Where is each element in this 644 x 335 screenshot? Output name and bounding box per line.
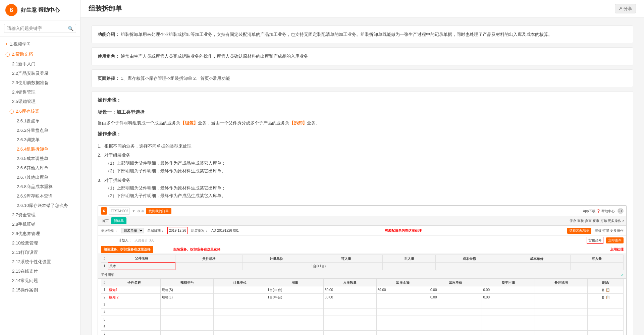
nav-tree: + 1.视频学习 ◯ 2.帮助文档 2.1新手入门 2.2产品安装及登录 2.3… — [0, 37, 80, 335]
search-icon[interactable]: 🔍 — [68, 26, 73, 31]
nav-item-2[interactable]: ◯ 2.帮助文档 2.1新手入门 2.2产品安装及登录 2.3使用前数据准备 2… — [0, 49, 80, 295]
mock-logo: 6 — [101, 207, 107, 215]
role-block: 使用角色： 通常由生产人员或库管人员完成拆装业务的操作，库管人员确认原材料的出库… — [91, 47, 633, 65]
nav-sub-item-2-7[interactable]: 2.7资金管理 — [0, 210, 80, 220]
mock-company: TEST-H002 — [109, 208, 130, 215]
nav-sub-item-2-5[interactable]: 2.5采购管理 — [0, 97, 80, 106]
mock-sub-label: 计划人： — [118, 237, 132, 243]
nav-sub-item-2-8[interactable]: 2.8手机旺铺 — [0, 220, 80, 229]
top-bar: 组装拆卸单 ↗ 分享 — [80, 0, 644, 17]
nav-sub-item-2-9[interactable]: 2.9优惠券管理 — [0, 229, 80, 238]
mock-batch-label: 组装批次： — [191, 228, 208, 233]
path-label: 页面路径： — [98, 76, 119, 81]
mock-lower-table: # 子件名称 规格型号 计量单位 用量 入库数量 出库金额 出库单价 期初可量 — [101, 279, 624, 335]
mock-confirm-btn[interactable]: 选择装配清单 — [567, 228, 591, 234]
collapse-icon-2-6: ◯ — [9, 109, 14, 114]
mock-search-input[interactable]: 货物品号 — [587, 237, 603, 244]
nav-label-1: 1.视频学习 — [10, 41, 31, 47]
mock-form-type-label: 单据类型： — [101, 228, 118, 233]
nav-sub-item-2-13[interactable]: 2.13在线支付 — [0, 267, 80, 276]
content-area: 功能介绍： 组装拆卸单用来处理企业组装或拆卸等加工业务，支持有固定装配清单的产品… — [80, 17, 644, 335]
nav-sub-item-2-6-3[interactable]: 2.6.3调拨单 — [0, 135, 80, 145]
nav-sub-item-2-6-1[interactable]: 2.6.1盘点单 — [0, 116, 80, 126]
share-label: 分享 — [624, 6, 632, 12]
nav-sub-item-2-6-5[interactable]: 2.6.5成本调整单 — [0, 154, 80, 163]
nav-item-1[interactable]: + 1.视频学习 — [0, 39, 80, 49]
step3-sub1: （1）上部明细为父件明细，最终作为原材料生成某它出库单； — [98, 184, 627, 192]
screenshot-container: 6 TEST-H002 ▼ ⚙ ⊕ 找到我的订单 App下载 ❓ 帮助中心 C.… — [98, 205, 627, 335]
mock-type-select[interactable]: 组装单据 — [121, 228, 144, 233]
ann1-text: 有装配清单的在这里处理 — [242, 228, 564, 233]
mock-add-row-btn[interactable]: ⇗ — [621, 272, 624, 278]
nav-item-2-6[interactable]: ◯ 2.6库存核算 2.6.1盘点单 2.6.2分量盘点单 2.6.3调拨单 2… — [0, 106, 80, 210]
nav-sub-item-2-10[interactable]: 2.10经营管理 — [0, 238, 80, 248]
sidebar-header: 6 好生意 帮助中心 — [0, 0, 80, 20]
ops-title: 操作步骤： — [98, 96, 627, 104]
sidebar: 6 好生意 帮助中心 🔍 + 1.视频学习 ◯ 2.帮助文档 2.1新手入门 2… — [0, 0, 80, 335]
ann2-text: 组装业务、拆卸业务在这里选择 — [173, 246, 220, 252]
mock-batch-value: AD-20191226-001 — [211, 228, 239, 233]
share-icon: ↗ — [619, 6, 622, 11]
scene1-desc: 当由多个子件材料组装成一个成品的业务为【组装】业务，当由一个父件拆分成多个子产品… — [98, 119, 627, 127]
ann3-text: 启用处理 — [610, 246, 624, 252]
nav-sub-item-2-6-10[interactable]: 2.6.10库存账本错了怎么办 — [0, 201, 80, 210]
path-block: 页面路径： 1、库存核算->库存管理->组装拆卸单 2、首页->常用功能 — [91, 69, 633, 87]
mock-date-label: 单据日期： — [147, 228, 164, 233]
step1: 1、根据不同的业务，选择不同单据的类型来处理 — [98, 142, 627, 150]
nav-sub-item-2-1[interactable]: 2.1新手入门 — [0, 59, 80, 69]
func-intro-block: 功能介绍： 组装拆卸单用来处理企业组装或拆卸等加工业务，支持有固定装配清单的产品… — [91, 25, 633, 43]
role-text: 通常由生产人员或库管人员完成拆装业务的操作，库管人员确认原材料的出库和产成品的入… — [121, 54, 308, 59]
ops-block: 操作步骤： 场景一：加工类型选择 当由多个子件材料组装成一个成品的业务为【组装】… — [91, 91, 633, 335]
highlight-assemble: 【组装】 — [180, 120, 198, 125]
nav-label-2: 2.帮助文档 — [12, 51, 33, 57]
mock-orange-btn: 找到我的订单 — [146, 208, 171, 214]
search-bar: 🔍 — [0, 20, 80, 37]
step2-sub2: （2）下部明细为子件明细，最终作为原材料生成某它出库单。 — [98, 167, 627, 175]
search-input[interactable] — [4, 24, 76, 33]
mock-avatar: C.C — [618, 208, 624, 214]
func-intro-text: 组装拆卸单用来处理企业组装或拆卸等加工业务，支持有固定装配清单的产品加工业务，也… — [121, 32, 552, 37]
mock-sub-value: 人员合计 3人 — [135, 237, 154, 243]
nav-sub-item-2-4[interactable]: 2.4销售管理 — [0, 88, 80, 97]
nav-sub-item-2-2[interactable]: 2.2产品安装及登录 — [0, 69, 80, 78]
func-intro-label: 功能介绍： — [98, 32, 119, 37]
share-button[interactable]: ↗ 分享 — [615, 4, 636, 13]
nav-sub-item-2-6-7[interactable]: 2.6.7其他出库单 — [0, 173, 80, 182]
nav-sub-item-2-11[interactable]: 2.11打印设置 — [0, 248, 80, 257]
mock-app-icons: App下载 ❓ 帮助中心 — [583, 208, 615, 214]
nav-sub-item-2-12[interactable]: 2.12系统个性化设置 — [0, 257, 80, 267]
step3: 3、对于拆装业务 — [98, 176, 627, 184]
mock-tab-new[interactable]: 新建单 — [111, 217, 126, 224]
step2: 2、对于组装业务 — [98, 151, 627, 159]
logo-icon: 6 — [5, 4, 17, 16]
nav-sub-item-2-3[interactable]: 2.3使用前数据准备 — [0, 78, 80, 88]
logo-text: 好生意 帮助中心 — [21, 7, 60, 14]
nav-sub-item-2-6-2[interactable]: 2.6.2分量盘点单 — [0, 126, 80, 135]
mock-icons-area: ⚙ ⊕ — [137, 208, 144, 214]
nav-sub-item-2-6-9[interactable]: 2.6.9库存账本查询 — [0, 191, 80, 201]
path-text: 1、库存核算->库存管理->组装拆卸单 2、首页->常用功能 — [121, 76, 230, 81]
nav-label-2-6: 2.6库存核算 — [16, 108, 39, 114]
nav-sub-item-2-15[interactable]: 2.15操作案例 — [0, 285, 80, 295]
collapse-icon-2: ◯ — [5, 52, 10, 57]
mock-lower-section-label: 子件明细 — [101, 272, 114, 278]
ops-steps-subtitle: 操作步骤： — [98, 130, 627, 138]
nav-sub-item-2-6-4[interactable]: 2.6.4组装拆卸单 — [0, 145, 80, 154]
mock-date-value: 2019-12-26 — [167, 227, 188, 234]
mock-tab-ops: 保存 审核 弃审 反审 打印 更多操作 × — [570, 218, 624, 224]
role-label: 使用角色： — [98, 54, 119, 59]
nav-sub-item-2-14[interactable]: 2.14常见问题 — [0, 276, 80, 285]
nav-sub-item-2-6-6[interactable]: 2.6.6其他入库单 — [0, 163, 80, 173]
mock-search-btn[interactable]: 立即查询 — [606, 237, 624, 243]
mock-tab-home[interactable]: 首页 — [100, 217, 110, 224]
page-title: 组装拆卸单 — [89, 4, 122, 13]
scene1-title: 场景一：加工类型选择 — [98, 108, 627, 116]
nav-sub-item-2-6-8[interactable]: 2.6.8商品成本重算 — [0, 182, 80, 191]
mock-dropdown-icon: ▼ — [132, 208, 135, 214]
main-content: 组装拆卸单 ↗ 分享 功能介绍： 组装拆卸单用来处理企业组装或拆卸等加工业务，支… — [80, 0, 644, 335]
step3-sub2: （2）下部明细为子件明细，最终作为产成品生成某它入库单。 — [98, 192, 627, 200]
mock-upper-table: # 父件名称 父件规格 计量单位 可入量 主入量 成本金额 成本单价 可入量 — [101, 255, 624, 270]
expand-icon-1: + — [5, 42, 8, 47]
mock-more-btn: 审核 打印 更多操作 — [595, 228, 624, 233]
step2-sub1: （1）上部明细为父件明细，最终作为产成品生成某它入库单； — [98, 159, 627, 167]
